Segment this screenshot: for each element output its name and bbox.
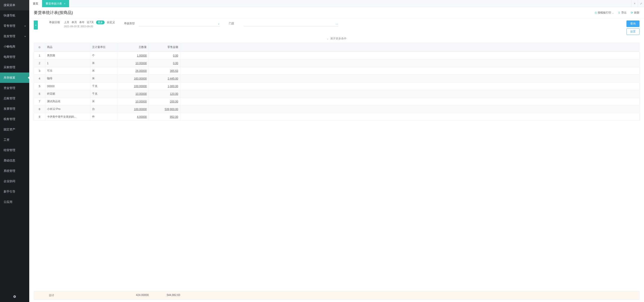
table-row[interactable]: 6碎花裙千克10.00000120.00 <box>34 90 640 98</box>
sidebar-item-label: 资金管理 <box>4 86 15 90</box>
cell-amount[interactable]: 539,900.00 <box>149 105 180 113</box>
cell-amount[interactable]: 0.00 <box>149 60 180 67</box>
collapse-filter-icon[interactable]: » <box>34 21 38 30</box>
cell-qty[interactable]: 10.00000 <box>117 98 149 105</box>
table-row[interactable]: 1奥凯隆个1.000000.00 <box>34 52 640 60</box>
sidebar-item-17[interactable]: 企业协同 <box>0 176 29 186</box>
cell-amount[interactable]: 0.00 <box>149 52 180 60</box>
tab-bar: 首页 要货单统计表 × × ⤢ <box>29 0 644 7</box>
th-product[interactable]: 商品 <box>45 43 90 52</box>
store-select[interactable]: … <box>244 21 338 26</box>
sidebar-item-10[interactable]: 发票管理 <box>0 104 29 114</box>
cell-amount[interactable]: 200.00 <box>149 98 180 105</box>
range-custom[interactable]: 自定义 <box>107 21 115 24</box>
cell-qty[interactable]: 10.00000 <box>117 90 149 98</box>
settings-gear-icon[interactable] <box>0 292 29 302</box>
sidebar-item-1[interactable]: 快捷导航 <box>0 10 29 21</box>
cell-idx: 1 <box>34 52 45 60</box>
print-by-template-action[interactable]: ⎙ 按模板打印 ⌄ <box>595 11 614 15</box>
expand-label: 展开更多条件 <box>330 37 346 40</box>
tab-active[interactable]: 要货单统计表 × <box>42 0 69 7</box>
date-label: 单据日期 <box>49 21 62 24</box>
cell-amount[interactable]: 365.63 <box>149 67 180 75</box>
double-chevron-down-icon: ⌄ <box>327 37 328 40</box>
table-row[interactable]: 4咖啡米163.000002,445.00 <box>34 75 640 82</box>
cell-unit: 米 <box>90 98 117 105</box>
cell-product: 卡伊美中老年女装妈妈... <box>45 113 90 121</box>
sidebar-item-12[interactable]: 固定资产 <box>0 124 29 135</box>
sidebar-item-2[interactable]: 零售管理▾ <box>0 21 29 31</box>
cell-qty[interactable]: 100.00000 <box>117 82 149 90</box>
refresh-action[interactable]: ⟳ 刷新 <box>631 11 640 15</box>
tab-home[interactable]: 首页 <box>29 0 42 7</box>
table-row[interactable]: 8小米12 Pro台100.00000539,900.00 <box>34 105 640 113</box>
expand-more-filters[interactable]: ⌄ 展开更多条件 <box>34 35 640 43</box>
cell-product: 小米12 Pro <box>45 105 90 113</box>
range-this-year[interactable]: 本年 <box>79 21 84 24</box>
cell-qty[interactable]: 100.00000 <box>117 105 149 113</box>
print-icon: ⎙ <box>595 11 597 15</box>
range-this-month[interactable]: 本月 <box>72 21 77 24</box>
sidebar-item-4[interactable]: 小畅电商 <box>0 42 29 52</box>
th-amount[interactable]: 零售金额 <box>149 43 180 52</box>
export-action[interactable]: ⇪ 导出 <box>618 11 627 15</box>
sidebar-item-label: 新手引导 <box>4 190 15 194</box>
sidebar-item-13[interactable]: 工资 <box>0 135 29 145</box>
range-more[interactable]: 更多 <box>96 21 105 24</box>
table-row[interactable]: 7测试商品名米10.00000200.00 <box>34 98 640 105</box>
cell-qty[interactable]: 10.00000 <box>117 60 149 67</box>
cell-qty[interactable]: 26.00000 <box>117 67 149 75</box>
sidebar-item-5[interactable]: 电商管理 <box>0 52 29 62</box>
sidebar-item-0[interactable]: 搜索菜单 <box>0 0 29 10</box>
sidebar-item-7[interactable]: 库存核算 <box>0 73 29 83</box>
cell-amount[interactable]: 2,445.00 <box>149 75 180 82</box>
cell-amount[interactable]: 120.00 <box>149 90 180 98</box>
cell-idx: 3 <box>34 67 45 75</box>
date-range-text: 2021-09-20 至 2022-09-20 <box>49 25 115 28</box>
sidebar-item-6[interactable]: 采购管理 <box>0 62 29 73</box>
sidebar-item-3[interactable]: 批发管理▾ <box>0 31 29 42</box>
th-unit[interactable]: 主计量单位 <box>90 43 117 52</box>
query-button[interactable]: 查询 <box>626 21 640 27</box>
cell-qty[interactable]: 163.00000 <box>117 75 149 82</box>
range-last-7[interactable]: 近7天 <box>87 21 94 24</box>
cell-amount[interactable]: 1,000.00 <box>149 82 180 90</box>
cell-blank <box>180 52 640 60</box>
close-icon[interactable]: × <box>64 2 65 5</box>
sidebar-item-label: 快捷导航 <box>4 14 15 18</box>
range-last-month[interactable]: 上月 <box>64 21 69 24</box>
sidebar-item-18[interactable]: 新手引导 <box>0 186 29 197</box>
sidebar-item-label: 企业协同 <box>4 179 15 183</box>
sidebar-item-15[interactable]: 基础信息 <box>0 155 29 166</box>
table-row[interactable]: 21米10.000000.00 <box>34 60 640 67</box>
sidebar-item-9[interactable]: 总账管理 <box>0 93 29 104</box>
sidebar-item-11[interactable]: 税务管理 <box>0 114 29 124</box>
cell-product: 碎花裙 <box>45 90 90 98</box>
sidebar-item-label: 库存核算 <box>4 76 15 80</box>
table-row[interactable]: 9卡伊美中老年女装妈妈...件4.00000952.00 <box>34 113 640 121</box>
cell-amount[interactable]: 952.00 <box>149 113 180 121</box>
sidebar-item-label: 搜索菜单 <box>4 3 15 7</box>
sidebar-item-16[interactable]: 系统管理 <box>0 166 29 176</box>
table-row[interactable]: 500000千克100.000001,000.00 <box>34 82 640 90</box>
cell-qty[interactable]: 1.00000 <box>117 52 149 60</box>
table-settings-icon[interactable]: ⚙ <box>38 46 41 49</box>
cell-product: 00000 <box>45 82 90 90</box>
sidebar-item-14[interactable]: 经营管理 <box>0 145 29 155</box>
bill-type-select[interactable]: ⌄ <box>139 21 220 26</box>
sidebar-item-label: 经营管理 <box>4 148 15 152</box>
export-label: 导出 <box>621 11 627 15</box>
tab-close-all-icon[interactable]: × <box>632 0 638 7</box>
sidebar-item-8[interactable]: 资金管理 <box>0 83 29 93</box>
total-qty: 424.00000 <box>119 293 150 297</box>
sidebar-item-19[interactable]: 云应用 <box>0 197 29 207</box>
tab-fullscreen-icon[interactable]: ⤢ <box>638 0 644 7</box>
print-label: 按模板打印 <box>598 11 611 15</box>
cell-product: 奥凯隆 <box>45 52 90 60</box>
cell-blank <box>180 98 640 105</box>
cell-qty[interactable]: 4.00000 <box>117 113 149 121</box>
th-qty[interactable]: 主数量 <box>117 43 149 52</box>
page-header: 要货单统计表(按商品) ⎙ 按模板打印 ⌄ ⇪ 导出 ⟳ 刷新 <box>29 7 644 18</box>
settings-button[interactable]: 设置 <box>626 28 640 35</box>
table-row[interactable]: 3可乐米26.00000365.63 <box>34 67 640 75</box>
